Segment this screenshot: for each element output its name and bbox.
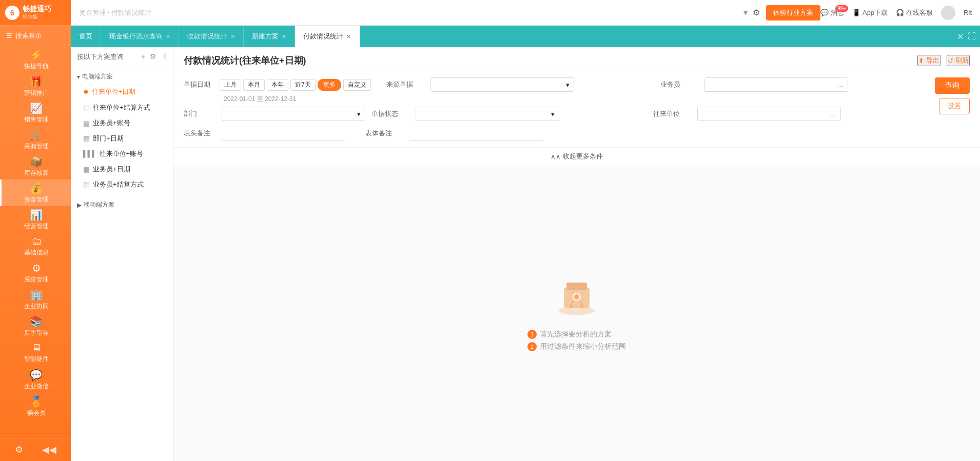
tabbar-spacer	[360, 26, 953, 47]
svg-point-8	[580, 305, 583, 308]
tab-close-new-plan[interactable]: ✕	[282, 33, 286, 40]
sidebar-item-inventory[interactable]: 📦 库存核算	[0, 153, 71, 179]
sidebar-item-wechat[interactable]: 💬 企业微信	[0, 366, 71, 393]
app-download-button[interactable]: 📱 App下载	[852, 8, 888, 17]
sidebar-item-hardware[interactable]: 🖥 智能硬件	[0, 339, 71, 366]
tabbar: 首页 现金银行流水查询 ✕ 收款情况统计 ✕ 新建方案 ✕ 付款情况统计 ✕ ✕…	[71, 26, 980, 47]
sidebar-item-label: 经营管理	[24, 222, 49, 231]
left-panel: 按以下方案查询 ＋ ⚙ 《 ▾ 电脑端方案 ● 往来单位+日期 ▦	[71, 47, 173, 461]
export-icon: ⬆	[918, 57, 924, 65]
date-label: 单据日期	[184, 80, 220, 89]
logo-icon: 6	[5, 6, 19, 20]
tab-payment[interactable]: 付款情况统计 ✕	[295, 26, 360, 47]
marketing-icon: 🎁	[30, 75, 43, 88]
tab-maximize-icon[interactable]: ⛶	[968, 32, 976, 41]
settings-bottom-icon[interactable]: ⚙	[15, 444, 23, 455]
username-label[interactable]: Rit	[964, 9, 972, 16]
date-btn-this-year[interactable]: 本年	[267, 79, 288, 91]
system-icon: ⚙	[32, 262, 41, 274]
purchase-icon: 🛒	[30, 129, 43, 141]
sidebar-item-marketing[interactable]: 🎁 营销推广	[0, 73, 71, 99]
header-note-input[interactable]	[222, 126, 345, 141]
online-service-button[interactable]: 🎧 在线客服	[896, 8, 933, 17]
empty-tips: 1 请先选择要分析的方案 2 用过滤条件来缩小分析范围	[527, 330, 626, 354]
user-avatar	[941, 6, 955, 20]
collapse-panel-icon[interactable]: 《	[160, 52, 167, 62]
svg-point-4	[574, 294, 579, 299]
sidebar-item-label: 资金管理	[24, 195, 49, 204]
body-note-input[interactable]	[409, 126, 543, 141]
collapse-sidebar-icon[interactable]: ◀◀	[42, 444, 56, 455]
query-button[interactable]: 查询	[935, 77, 970, 94]
tab-new-plan[interactable]: 新建方案 ✕	[244, 26, 295, 47]
tree-item-unit-date[interactable]: ● 往来单位+日期	[71, 83, 173, 100]
breadcrumb-dropdown[interactable]: ▾	[743, 8, 748, 17]
sidebar-item-member[interactable]: 🏅 畅会员	[0, 393, 71, 419]
tree-item-staff-date[interactable]: ▦ 业务员+日期	[71, 162, 173, 177]
app-icon: 📱	[852, 9, 860, 16]
tab-close-bank-flow[interactable]: ✕	[166, 33, 170, 40]
tree-item-dept-date[interactable]: ▦ 部门+日期	[71, 131, 173, 146]
chevron-down-icon: ▾	[77, 73, 80, 81]
dept-select[interactable]: ▾	[222, 107, 365, 121]
staff-select[interactable]: …	[704, 77, 848, 92]
mobile-section-title[interactable]: ▶ 移动端方案	[71, 198, 173, 211]
settings-plan-icon[interactable]: ⚙	[150, 52, 156, 62]
sidebar-item-enterprise[interactable]: 🏢 企业协同	[0, 286, 71, 313]
staff-label: 业务员	[660, 80, 696, 89]
basic-icon: 🗂	[31, 235, 42, 247]
sidebar-logo: 6 畅捷通巧 标准版	[0, 0, 71, 26]
messages-button[interactable]: 💬 消息 99+	[820, 8, 844, 17]
sidebar-item-operation[interactable]: 📊 经营管理	[0, 206, 71, 233]
left-panel-header: 按以下方案查询 ＋ ⚙ 《	[71, 47, 173, 67]
export-button[interactable]: ⬆ 导出	[917, 55, 940, 66]
tab-receivable[interactable]: 收款情况统计 ✕	[179, 26, 244, 47]
date-btn-7days[interactable]: 近7天	[290, 79, 316, 91]
chart-icon: ▦	[83, 181, 90, 189]
search-menu[interactable]: ☰ 搜索菜单	[0, 26, 71, 46]
doc-status-label: 单据状态	[371, 109, 407, 118]
sidebar-item-quick-nav[interactable]: ⚡ 快捷导航	[0, 46, 71, 73]
add-plan-icon[interactable]: ＋	[140, 52, 147, 62]
tree-item-staff-settle[interactable]: ▦ 业务员+结算方式	[71, 177, 173, 192]
sidebar-item-finance[interactable]: 💰 资金管理	[0, 179, 71, 206]
tab-home[interactable]: 首页	[71, 26, 101, 47]
chart-icon: ▦	[83, 119, 90, 127]
filter-row-notes: 表头备注 表体备注	[184, 126, 927, 141]
sidebar-item-label: 智能硬件	[24, 355, 49, 364]
tip-text-1: 请先选择要分析的方案	[540, 330, 612, 339]
tree-item-label: 业务员+账号	[93, 118, 130, 128]
date-btn-last-month[interactable]: 上月	[220, 79, 241, 91]
tree-item-unit-settle[interactable]: ▦ 往来单位+结算方式	[71, 100, 173, 115]
tree-item-staff-account[interactable]: ▦ 业务员+账号	[71, 115, 173, 131]
tab-bank-flow[interactable]: 现金银行流水查询 ✕	[101, 26, 179, 47]
home-label: 首页	[79, 32, 92, 41]
unit-select[interactable]: …	[697, 107, 841, 121]
tab-close-receivable[interactable]: ✕	[230, 33, 235, 40]
trial-button[interactable]: 体验行业方案	[766, 5, 820, 21]
filter-settings-button[interactable]: 设置	[939, 98, 970, 114]
sidebar-item-basic[interactable]: 🗂 基础信息	[0, 233, 71, 259]
tree-item-unit-account[interactable]: ▌▌▌ 往来单位+账号	[71, 146, 173, 162]
mobile-section: ▶ 移动端方案	[71, 195, 173, 214]
sidebar-item-label: 营销推广	[24, 89, 49, 97]
date-btn-more[interactable]: 更多	[318, 79, 341, 91]
topbar-settings-icon[interactable]: ⚙	[753, 8, 760, 17]
filter-row-dept: 部门 ▾ 单据状态 ▾	[184, 107, 927, 121]
refresh-button[interactable]: ↺ 刷新	[947, 55, 970, 66]
sidebar-item-label: 新手引导	[24, 329, 49, 337]
source-select[interactable]: ▾	[430, 77, 574, 92]
sidebar-item-purchase[interactable]: 🛒 采购管理	[0, 126, 71, 153]
tab-close-all-icon[interactable]: ✕	[957, 32, 964, 42]
date-btn-custom[interactable]: 自定义	[343, 79, 371, 91]
tab-close-payment[interactable]: ✕	[346, 33, 351, 40]
desktop-section-title[interactable]: ▾ 电脑端方案	[71, 70, 173, 83]
sidebar-item-sales[interactable]: 📈 销售管理	[0, 99, 71, 126]
doc-status-select[interactable]: ▾	[416, 107, 559, 121]
sidebar-item-guide[interactable]: 📚 新手引导	[0, 313, 71, 339]
collapse-conditions-button[interactable]: ∧∧ 收起更多条件	[551, 152, 603, 161]
chevron-right-icon: ▶	[77, 202, 82, 209]
sidebar-item-system[interactable]: ⚙ 系统管理	[0, 259, 71, 286]
sidebar-bottom: ⚙ ◀◀	[0, 438, 71, 461]
date-btn-this-month[interactable]: 本月	[243, 79, 265, 91]
